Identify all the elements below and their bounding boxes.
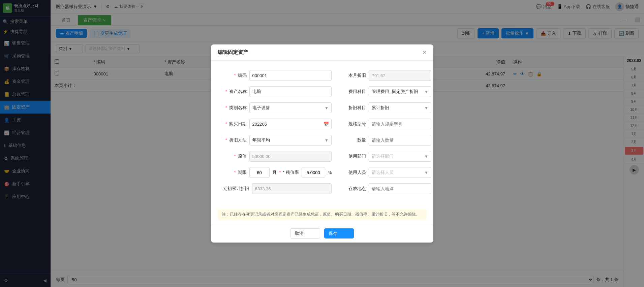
dep-method-label: * 折旧方法	[223, 137, 247, 143]
spec-input[interactable]	[369, 119, 431, 129]
purchase-date-input-wrapper: 📅	[249, 119, 332, 129]
residual-rate-label-inline: * * 残值率	[279, 169, 299, 176]
category-value: 电子设备	[252, 105, 270, 111]
modal-note: 注：已经存在变更记录或者对应固定资产已经生成凭证，原值、购买日期、残值率、累计折…	[218, 209, 427, 220]
period-unit: 月	[272, 169, 277, 176]
dep-subject-value: 累计折旧	[372, 105, 389, 111]
chevron-down-icon: ▼	[325, 138, 329, 143]
form-row-category: * 类别名称 电子设备 ▼	[223, 102, 332, 113]
original-value-input[interactable]	[249, 151, 332, 162]
user-placeholder: 请选择人员	[372, 169, 394, 176]
modal-title: 编辑固定资产	[218, 49, 248, 56]
spec-label: 规格型号	[342, 121, 366, 127]
dep-subject-select[interactable]: 累计折旧 ▼	[369, 102, 431, 113]
monthly-dep-label: 本月折旧	[342, 72, 366, 78]
form-row-name: * 资产名称	[223, 86, 332, 97]
save-label: 保存	[329, 230, 337, 236]
user-select[interactable]: 请选择人员 ▼	[369, 167, 431, 178]
modal-body: * 编码 * 资产名称	[211, 61, 433, 209]
location-label: 存放地点	[342, 186, 366, 192]
modal-header: 编辑固定资产 ✕	[211, 44, 433, 61]
form-row-purchase-date: * 购买日期 📅	[223, 119, 332, 129]
form-row-department: 使用部门 请选择部门 ▼	[342, 151, 431, 162]
form-row-quantity: 数量	[342, 135, 431, 146]
department-placeholder: 请选择部门	[372, 153, 394, 159]
category-select[interactable]: 电子设备 ▼	[249, 102, 332, 113]
original-value-label: * 原值	[223, 153, 247, 159]
calendar-icon: 📅	[324, 122, 329, 127]
name-label: * 资产名称	[223, 89, 247, 95]
code-input[interactable]	[249, 70, 332, 81]
form-row-period-residual: * 期限 月 * * 残值率 %	[223, 167, 332, 178]
form-right-col: 本月折旧 费用科目 管理费用_固定资产折旧 ▼	[337, 67, 433, 202]
period-label: * 期限	[223, 169, 247, 176]
modal-footer: 取消 保存	[211, 224, 433, 243]
form-row-dep-subject: 折旧科目 累计折旧 ▼	[342, 102, 431, 113]
save-button[interactable]: 保存	[324, 228, 354, 238]
period-input[interactable]	[249, 167, 270, 178]
department-select[interactable]: 请选择部门 ▼	[369, 151, 431, 162]
residual-rate-input[interactable]	[302, 167, 325, 178]
code-label: * 编码	[223, 72, 247, 78]
form-row-dep-method: * 折旧方法 年限平均 ▼	[223, 135, 332, 146]
period-residual-inline: 月 * * 残值率 %	[249, 167, 332, 178]
department-label: 使用部门	[342, 153, 366, 159]
cancel-label: 取消	[295, 230, 304, 236]
modal-close-button[interactable]: ✕	[422, 49, 427, 56]
expense-subject-label: 费用科目	[342, 89, 366, 95]
form-row-location: 存放地点	[342, 183, 431, 194]
form-row-initial-dep: 期初累计折旧	[223, 183, 332, 194]
form-left-col: * 编码 * 资产名称	[218, 67, 337, 202]
initial-dep-input[interactable]	[252, 183, 332, 194]
note-text: 注：已经存在变更记录或者对应固定资产已经生成凭证，原值、购买日期、残值率、累计折…	[222, 212, 420, 217]
chevron-down-icon: ▼	[424, 89, 429, 94]
chevron-down-icon: ▼	[424, 170, 429, 175]
form-grid: * 编码 * 资产名称	[218, 67, 427, 202]
dep-method-select[interactable]: 年限平均 ▼	[249, 135, 332, 146]
chevron-down-icon: ▼	[424, 154, 429, 159]
modal-overlay: 编辑固定资产 ✕ * 编码	[0, 0, 644, 287]
monthly-dep-input[interactable]	[369, 70, 431, 81]
dep-subject-label: 折旧科目	[342, 105, 366, 111]
cancel-button[interactable]: 取消	[290, 228, 320, 238]
location-input[interactable]	[369, 183, 431, 194]
residual-rate-unit: %	[328, 170, 332, 175]
purchase-date-input[interactable]	[249, 119, 332, 129]
form-row-user: 使用人员 请选择人员 ▼	[342, 167, 431, 178]
name-input[interactable]	[249, 86, 332, 97]
expense-subject-value: 管理费用_固定资产折旧	[372, 89, 418, 95]
form-row-original-value: * 原值	[223, 151, 332, 162]
initial-dep-label: 期初累计折旧	[223, 186, 249, 192]
user-label: 使用人员	[342, 169, 366, 176]
expense-subject-select[interactable]: 管理费用_固定资产折旧 ▼	[369, 86, 431, 97]
purchase-date-label: * 购买日期	[223, 121, 247, 127]
dep-method-value: 年限平均	[252, 137, 270, 143]
quantity-input[interactable]	[369, 135, 431, 146]
form-row-code: * 编码	[223, 70, 332, 81]
quantity-label: 数量	[342, 137, 366, 143]
chevron-down-icon: ▼	[325, 105, 329, 110]
form-row-spec: 规格型号	[342, 119, 431, 129]
chevron-down-icon: ▼	[424, 105, 429, 110]
edit-asset-modal: 编辑固定资产 ✕ * 编码	[211, 44, 433, 243]
form-row-expense-subject: 费用科目 管理费用_固定资产折旧 ▼	[342, 86, 431, 97]
category-label: * 类别名称	[223, 105, 247, 111]
form-row-monthly-dep: 本月折旧	[342, 70, 431, 81]
